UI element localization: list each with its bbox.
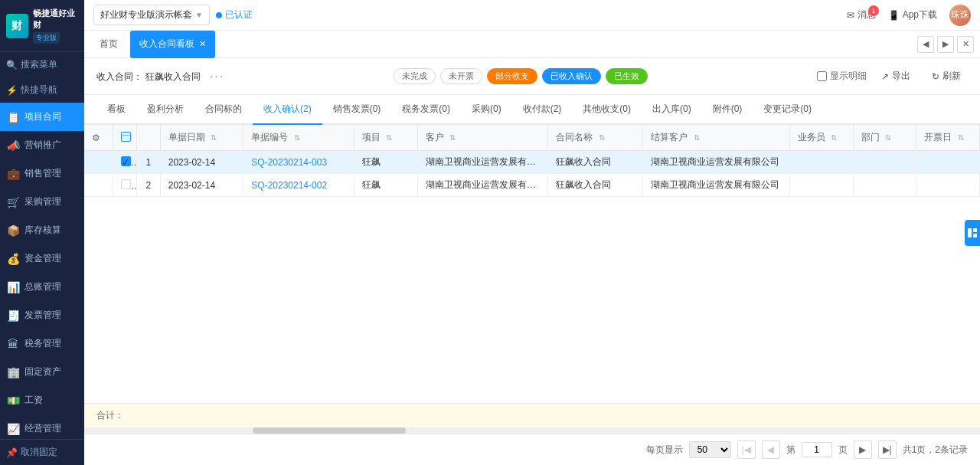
status-btn-uninvoiced[interactable]: 未开票: [440, 68, 482, 84]
tab-close-all-button[interactable]: ✕: [957, 36, 974, 53]
tab-prev-button[interactable]: ◀: [917, 36, 934, 53]
row2-department: [853, 174, 916, 197]
status-btn-incomplete[interactable]: 未完成: [394, 68, 436, 84]
sidebar-bottom[interactable]: 📌 取消固定: [0, 439, 84, 465]
user-avatar[interactable]: 珠珠: [949, 5, 971, 26]
labor-icon: 💵: [6, 395, 20, 407]
th-settings[interactable]: ⚙: [84, 125, 113, 151]
row1-department: [853, 151, 916, 174]
status-btn-partial[interactable]: 部分收支: [487, 68, 537, 84]
sidebar-item-purchase[interactable]: 🛒 采购管理: [0, 188, 84, 216]
sidebar-item-sales[interactable]: 💼 销售管理: [0, 159, 84, 188]
scrollbar-thumb[interactable]: [253, 427, 406, 434]
tab-contract-standards[interactable]: 合同标的: [194, 95, 253, 125]
sort-date-icon: ⇅: [211, 133, 217, 142]
data-table: ⚙ 单据日期 ⇅ 单据编号 ⇅: [84, 125, 980, 197]
sidebar-search[interactable]: 🔍 搜索菜单: [0, 52, 84, 77]
select-all-checkbox[interactable]: [121, 132, 131, 142]
sidebar-item-fixed-assets[interactable]: 🏢 固定资产: [0, 358, 84, 386]
tab-next-button[interactable]: ▶: [937, 36, 954, 53]
horizontal-scrollbar[interactable]: [84, 427, 980, 434]
row2-doc-no[interactable]: SQ-20230214-002: [243, 174, 354, 197]
tab-warehouse[interactable]: 出入库(0): [642, 95, 702, 125]
tab-home[interactable]: 首页: [90, 31, 127, 58]
tab-payment[interactable]: 收付款(2): [512, 95, 573, 125]
status-btn-effective[interactable]: 已生效: [606, 68, 648, 84]
tab-tax-invoice[interactable]: 税务发票(0): [391, 95, 461, 125]
status-btn-income-confirmed[interactable]: 已收入确认: [542, 68, 601, 84]
app-download-button[interactable]: 📱 App下载: [888, 8, 937, 21]
verified-dot-icon: [216, 12, 222, 18]
sidebar: 财 畅捷通好业财 专业版 🔍 搜索菜单 ⚡ 快捷导航 📋 项目合同 📣 营销推广…: [0, 0, 84, 465]
tab-attachments[interactable]: 附件(0): [702, 95, 753, 125]
row1-date: 2023-02-14: [160, 151, 243, 174]
sidebar-item-labor[interactable]: 💵 工资: [0, 386, 84, 414]
refresh-button[interactable]: ↻ 刷新: [925, 66, 968, 87]
sidebar-item-project-contract[interactable]: 📋 项目合同: [0, 103, 84, 131]
sidebar-item-marketing[interactable]: 📣 营销推广: [0, 131, 84, 159]
tab-close-icon[interactable]: ✕: [199, 39, 206, 49]
th-contract-name[interactable]: 合同名称 ⇅: [548, 125, 643, 151]
more-options-button[interactable]: ···: [210, 70, 224, 84]
tab-purchase[interactable]: 采购(0): [461, 95, 512, 125]
row2-checkbox[interactable]: [113, 174, 136, 197]
th-open-date[interactable]: 开票日 ⇅: [916, 125, 980, 151]
table-row[interactable]: ✓ 1 2023-02-14 SQ-20230214-003 狂飙 湖南卫视商业…: [84, 151, 980, 174]
th-salesperson[interactable]: 业务员 ⇅: [789, 125, 853, 151]
th-checkbox[interactable]: [113, 125, 136, 151]
purchase-icon: 🛒: [6, 196, 20, 208]
marketing-icon: 📣: [6, 139, 20, 152]
table-row[interactable]: 2 2023-02-14 SQ-20230214-002 狂飙 湖南卫视商业运营…: [84, 174, 980, 197]
row2-gear: [84, 174, 113, 197]
topbar-actions: ✉ 消息 1 📱 App下载 珠珠: [847, 5, 971, 26]
sort-salesperson-icon: ⇅: [831, 133, 837, 142]
tab-income-contract[interactable]: 收入合同看板 ✕: [130, 31, 215, 58]
tab-change-log[interactable]: 变更记录(0): [753, 95, 822, 125]
table-wrapper[interactable]: ⚙ 单据日期 ⇅ 单据编号 ⇅: [84, 125, 980, 403]
first-page-button[interactable]: |◀: [737, 440, 756, 459]
unpin-icon: 📌: [6, 447, 18, 458]
side-panel-button[interactable]: [965, 220, 980, 246]
show-detail-checkbox[interactable]: 显示明细: [817, 70, 867, 83]
th-department[interactable]: 部门 ⇅: [853, 125, 916, 151]
sidebar-item-invoice[interactable]: 🧾 发票管理: [0, 301, 84, 329]
row1-check-icon[interactable]: ✓: [121, 156, 131, 166]
next-page-button[interactable]: ▶: [854, 440, 872, 459]
tab-kanban[interactable]: 看板: [96, 95, 136, 125]
table-header-row: ⚙ 单据日期 ⇅ 单据编号 ⇅: [84, 125, 980, 151]
sidebar-item-operations[interactable]: 📈 经营管理: [0, 414, 84, 439]
th-customer[interactable]: 客户 ⇅: [417, 125, 548, 151]
tab-nav-controls: ◀ ▶ ✕: [917, 36, 974, 53]
tab-sales-invoice[interactable]: 销售发票(0): [322, 95, 392, 125]
row1-checkbox[interactable]: ✓: [113, 151, 136, 174]
row1-contract-name: 狂飙收入合同: [548, 151, 643, 174]
tab-income-confirm[interactable]: 收入确认(2): [253, 95, 322, 125]
company-selector[interactable]: 好业财专业版演示帐套 ▼: [93, 5, 210, 25]
row2-check-icon[interactable]: [121, 179, 131, 189]
row1-customer: 湖南卫视商业运营发展有限公司: [417, 151, 548, 174]
export-button[interactable]: ↗ 导出: [874, 66, 917, 87]
tab-profit[interactable]: 盈利分析: [136, 95, 194, 125]
table-area: ⚙ 单据日期 ⇅ 单据编号 ⇅: [84, 125, 980, 465]
th-doc-no[interactable]: 单据编号 ⇅: [243, 125, 354, 151]
sidebar-item-capital[interactable]: 💰 资金管理: [0, 244, 84, 273]
th-settlement-customer[interactable]: 结算客户 ⇅: [643, 125, 789, 151]
row1-doc-no[interactable]: SQ-20230214-003: [243, 151, 354, 174]
per-page-select[interactable]: 50 20 100: [689, 441, 731, 458]
show-detail-input[interactable]: [817, 71, 827, 81]
sidebar-item-tax[interactable]: 🏛 税务管理: [0, 329, 84, 358]
th-project[interactable]: 项目 ⇅: [354, 125, 418, 151]
sidebar-item-ledger[interactable]: 📊 总账管理: [0, 273, 84, 301]
page-number-input[interactable]: [802, 442, 832, 457]
sidebar-item-inventory[interactable]: 📦 库存核算: [0, 216, 84, 244]
content-header: 收入合同： 狂飙收入合同 ··· 未完成 未开票 部分收支 已收入确认 已生效 …: [84, 58, 980, 95]
sidebar-quick-nav[interactable]: ⚡ 快捷导航: [0, 77, 84, 103]
last-page-button[interactable]: ▶|: [878, 440, 897, 459]
sidebar-logo-text: 畅捷通好业财 专业版: [33, 8, 78, 44]
tab-other-income[interactable]: 其他收支(0): [572, 95, 642, 125]
message-button[interactable]: ✉ 消息 1: [847, 8, 876, 21]
prev-page-button[interactable]: ◀: [762, 440, 780, 459]
th-date[interactable]: 单据日期 ⇅: [160, 125, 243, 151]
row1-project: 狂飙: [354, 151, 418, 174]
ledger-icon: 📊: [6, 281, 20, 293]
